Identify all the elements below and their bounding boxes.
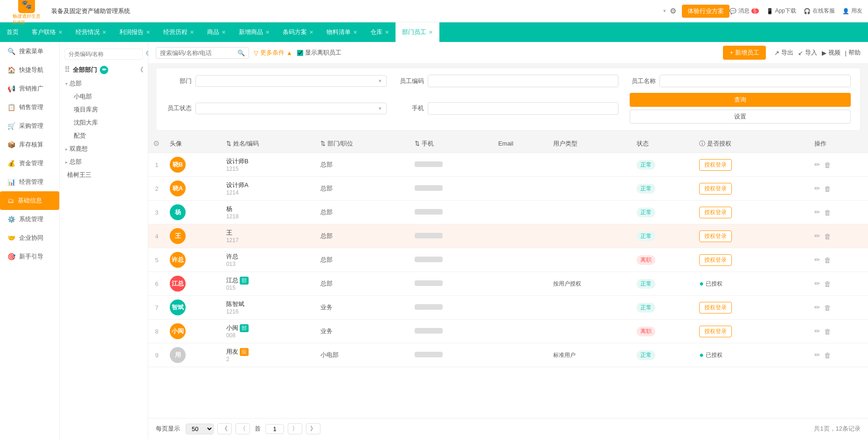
trial-button[interactable]: 体验行业方案 bbox=[682, 5, 729, 18]
dept-node-project[interactable]: 项目库房 bbox=[70, 103, 144, 116]
prev-page-button[interactable]: 〈 bbox=[236, 423, 250, 434]
edit-icon[interactable]: ✏ bbox=[814, 232, 820, 240]
delete-icon[interactable]: 🗑 bbox=[824, 185, 831, 193]
tab-close-icon[interactable]: ✕ bbox=[353, 29, 357, 35]
tab-history[interactable]: 经营历程✕ bbox=[157, 22, 201, 42]
more-filters-button[interactable]: ▽ 更多条件 ▲ bbox=[254, 49, 292, 57]
tab-operation[interactable]: 经营情况✕ bbox=[69, 22, 113, 42]
first-page-button[interactable]: 《 bbox=[217, 423, 232, 434]
view-button[interactable]: ▶ 视频 bbox=[822, 49, 840, 57]
tab-customer[interactable]: 客户联络✕ bbox=[25, 22, 69, 42]
dept-node-small-elec[interactable]: 小电部 bbox=[70, 90, 144, 103]
avatar: 许总 bbox=[170, 252, 186, 268]
dept-node-planttree[interactable]: 植树王三 bbox=[63, 168, 144, 181]
delete-icon[interactable]: 🗑 bbox=[824, 232, 831, 240]
edit-icon[interactable]: ✏ bbox=[814, 256, 820, 264]
page-size-select[interactable]: 50 100 bbox=[186, 424, 214, 434]
edit-icon[interactable]: ✏ bbox=[814, 184, 820, 193]
tab-close-icon[interactable]: ✕ bbox=[146, 29, 150, 35]
edit-icon[interactable]: ✏ bbox=[814, 208, 820, 216]
message-button[interactable]: 💬 消息 5 bbox=[729, 7, 759, 15]
set-button[interactable]: 设置 bbox=[630, 110, 851, 124]
sidebar-item-collab[interactable]: 🤝 企业协同 bbox=[0, 229, 59, 247]
tab-close-icon[interactable]: ✕ bbox=[102, 29, 106, 35]
delete-icon[interactable]: 🗑 bbox=[824, 351, 831, 359]
tab-close-icon[interactable]: ✕ bbox=[429, 29, 433, 35]
export-button[interactable]: ↗ 导出 bbox=[774, 49, 793, 57]
dept-filter-select[interactable]: ▾ bbox=[195, 75, 387, 87]
tab-goods[interactable]: 商品✕ bbox=[201, 22, 232, 42]
import-button[interactable]: ↙ 导入 bbox=[798, 49, 817, 57]
edit-icon[interactable]: ✏ bbox=[814, 279, 820, 288]
search-input[interactable] bbox=[160, 49, 235, 56]
help-button[interactable]: | 帮助 bbox=[845, 49, 861, 57]
auth-login-button[interactable]: 授权登录 bbox=[699, 159, 732, 171]
next-page-button[interactable]: 〉 bbox=[288, 423, 302, 434]
app-download-button[interactable]: 📱 App下载 bbox=[766, 7, 796, 15]
auth-login-button[interactable]: 授权登录 bbox=[699, 326, 732, 337]
auth-login-button[interactable]: 授权登录 bbox=[699, 207, 732, 218]
auth-login-button[interactable]: 授权登录 bbox=[699, 183, 732, 195]
sidebar-item-guide[interactable]: 🎯 新手引导 bbox=[0, 247, 59, 266]
status-filter-select[interactable]: ▾ bbox=[195, 103, 387, 114]
tab-close-icon[interactable]: ✕ bbox=[309, 29, 313, 35]
sidebar-item-basic[interactable]: 🗂 基础信息 bbox=[0, 191, 59, 210]
edit-icon[interactable]: ✏ bbox=[814, 351, 820, 359]
sidebar-item-inventory[interactable]: 📦 库存核算 bbox=[0, 135, 59, 154]
edit-icon[interactable]: ✏ bbox=[814, 160, 820, 169]
delete-icon[interactable]: 🗑 bbox=[824, 209, 831, 216]
dept-node-parent-dual[interactable]: ▸ 双鹿想 bbox=[63, 142, 144, 155]
delete-icon[interactable]: 🗑 bbox=[824, 304, 831, 312]
emp-code-input[interactable] bbox=[428, 75, 619, 87]
user-button[interactable]: 👤 用友 bbox=[842, 7, 862, 15]
sidebar-item-search[interactable]: 🔍 搜索菜单 bbox=[0, 42, 59, 61]
online-service-button[interactable]: 🎧 在线客服 bbox=[804, 7, 835, 15]
delete-icon[interactable]: 🗑 bbox=[824, 256, 831, 264]
tab-profit[interactable]: 利润报告✕ bbox=[113, 22, 157, 42]
edit-icon[interactable]: ✏ bbox=[814, 303, 820, 312]
search-icon[interactable]: 🔍 bbox=[237, 49, 245, 56]
dept-node-shenyang[interactable]: 沈阳大库 bbox=[70, 116, 144, 129]
page-input[interactable] bbox=[265, 424, 284, 434]
dept-edit-icon[interactable]: ✏ bbox=[100, 66, 108, 74]
tab-close-icon[interactable]: ✕ bbox=[222, 29, 226, 35]
emp-name-input[interactable] bbox=[660, 75, 851, 87]
title-dropdown-icon[interactable]: ▾ bbox=[663, 8, 666, 14]
delete-icon[interactable]: 🗑 bbox=[824, 161, 831, 169]
sidebar-item-nav[interactable]: 🏠 快捷导航 bbox=[0, 61, 59, 79]
tab-close-icon[interactable]: ✕ bbox=[58, 29, 62, 35]
sidebar-item-sales[interactable]: 📋 销售管理 bbox=[0, 98, 59, 117]
show-resigned-checkbox[interactable] bbox=[297, 50, 303, 56]
tab-close-icon[interactable]: ✕ bbox=[385, 29, 389, 35]
auth-login-button[interactable]: 授权登录 bbox=[699, 302, 732, 314]
sidebar-item-system[interactable]: ⚙️ 系统管理 bbox=[0, 210, 59, 229]
delete-icon[interactable]: 🗑 bbox=[824, 328, 831, 335]
query-button[interactable]: 查询 bbox=[630, 93, 851, 107]
auth-login-button[interactable]: 授权登录 bbox=[699, 254, 732, 266]
phone-input[interactable] bbox=[428, 102, 619, 115]
tab-barcode[interactable]: 条码方案✕ bbox=[276, 22, 320, 42]
tab-dept-employee[interactable]: 部门员工✕ bbox=[396, 22, 439, 42]
sidebar-item-operations[interactable]: 📊 经营管理 bbox=[0, 173, 59, 191]
sidebar-item-finance[interactable]: 💰 资金管理 bbox=[0, 154, 59, 173]
tab-close-icon[interactable]: ✕ bbox=[265, 29, 270, 35]
dept-node-parent-hq2[interactable]: ▸ 总部 bbox=[63, 155, 144, 168]
column-settings-icon[interactable]: ⚙ bbox=[153, 139, 160, 147]
tab-new-goods[interactable]: 新增商品✕ bbox=[232, 22, 276, 42]
tab-close-icon[interactable]: ✕ bbox=[190, 29, 194, 35]
last-page-button[interactable]: 》 bbox=[306, 423, 320, 434]
delete-icon[interactable]: 🗑 bbox=[824, 280, 831, 288]
tab-home[interactable]: 首页 bbox=[0, 22, 25, 42]
auth-login-button[interactable]: 授权登录 bbox=[699, 230, 732, 242]
dept-collapse-icon[interactable]: 《 bbox=[137, 66, 143, 74]
dept-node-delivery[interactable]: 配货 bbox=[70, 129, 144, 142]
dept-node-parent-headquarters[interactable]: ▾ 总部 bbox=[63, 77, 144, 90]
sidebar-item-marketing[interactable]: 📢 营销推广 bbox=[0, 79, 59, 98]
dept-search-input[interactable] bbox=[64, 49, 143, 60]
sidebar-item-purchase[interactable]: 🛒 采购管理 bbox=[0, 117, 59, 135]
tab-bom[interactable]: 物料清单✕ bbox=[320, 22, 364, 42]
tab-warehouse[interactable]: 仓库✕ bbox=[364, 22, 396, 42]
settings-icon[interactable]: ⚙ bbox=[670, 7, 676, 15]
edit-icon[interactable]: ✏ bbox=[814, 327, 820, 335]
add-employee-button[interactable]: + 新增员工 bbox=[723, 46, 765, 60]
